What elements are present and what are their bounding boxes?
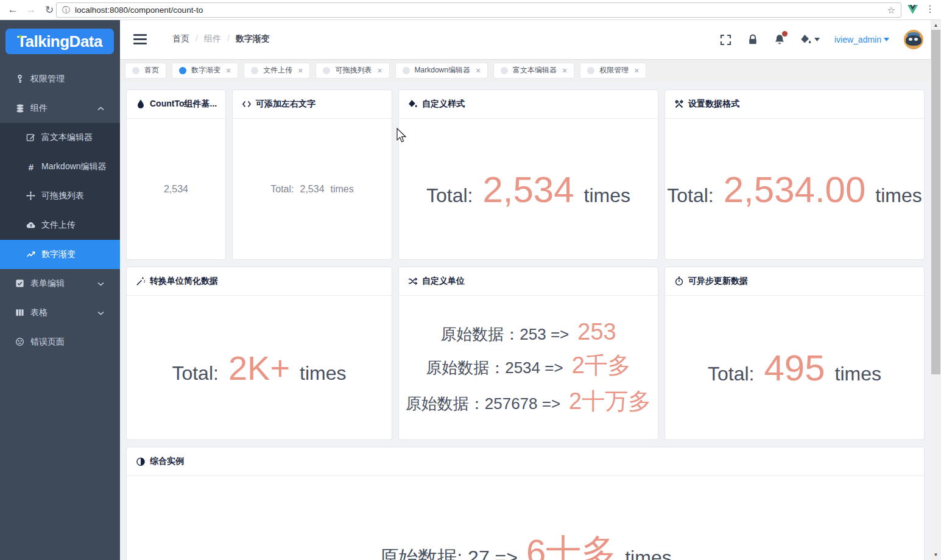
tag-close-icon[interactable]: × (634, 66, 639, 75)
page-content: CountTo组件基... 2,534 可添加左右文字 Total: 2,534… (120, 82, 931, 560)
breadcrumb-home[interactable]: 首页 (172, 33, 189, 44)
tag-dot (251, 67, 258, 74)
tag-dot (403, 67, 410, 74)
chevron-down-icon (97, 311, 104, 315)
tag-permissions[interactable]: 权限管理 × (580, 63, 646, 79)
url-text[interactable]: localhost:8080/component/count-to (75, 5, 887, 15)
count-suffix: times (835, 363, 881, 385)
card-title: CountTo组件基... (150, 99, 217, 110)
sidebar-item-form-editor[interactable]: 表单编辑 (0, 269, 120, 298)
sidebar-item-components[interactable]: 组件 (0, 94, 120, 123)
converted-value: 6十多 (526, 529, 616, 560)
tag-close-icon[interactable]: × (226, 66, 231, 75)
count-prefix: Total: (270, 184, 294, 195)
card-title: 转换单位简化数据 (150, 276, 218, 287)
key-icon (15, 74, 25, 84)
sidebar-menu: 权限管理 组件 富文本编辑器 # Markdown编辑器 (0, 65, 120, 357)
source-label: 原始数据：2534 => (426, 357, 563, 379)
converted-value: 2千多 (572, 350, 631, 381)
tag-draggable-list[interactable]: 可拖拽列表 × (315, 63, 389, 79)
mouse-cursor (396, 128, 407, 144)
code-icon (242, 100, 252, 108)
sidebar-item-file-upload[interactable]: 文件上传 (0, 211, 120, 240)
count-value: 495 (764, 347, 825, 389)
scroll-up-arrow[interactable]: ▲ (931, 20, 941, 30)
tag-close-icon[interactable]: × (476, 66, 481, 75)
compose-icon (26, 133, 36, 142)
notifications-bell-icon[interactable] (774, 33, 786, 46)
card-custom-unit: 自定义单位 原始数据：253 => 253 原始数据：2534 => 2千多 原… (398, 267, 658, 440)
fullscreen-icon[interactable] (719, 33, 732, 46)
app-header: 首页 / 组件 / 数字渐变 iview_admin (120, 20, 931, 59)
lock-icon[interactable] (747, 33, 759, 46)
page-scrollbar[interactable]: ▲ ▼ (931, 20, 941, 560)
converted-value: 253 (577, 319, 616, 345)
tag-close-icon[interactable]: × (377, 66, 382, 75)
table-columns-icon (15, 308, 25, 318)
app-logo[interactable]: TalkingData (5, 29, 114, 54)
browser-toolbar: ← → ↻ ⓘ localhost:8080/component/count-t… (0, 0, 941, 20)
tag-rich-text-editor[interactable]: 富文本编辑器 × (493, 63, 574, 79)
breadcrumb: 首页 / 组件 / 数字渐变 (172, 33, 270, 44)
logo-text: TalkingData (17, 32, 102, 51)
count-value: 2,534 (482, 169, 574, 211)
sad-face-icon (15, 337, 25, 347)
sidebar-item-permissions[interactable]: 权限管理 (0, 65, 120, 94)
unit-row: 原始数据：257678 => 2十万多 (406, 386, 652, 417)
count-suffix: times (584, 184, 630, 207)
tag-markdown-editor[interactable]: Markdown编辑器 × (395, 63, 488, 79)
tag-close-icon[interactable]: × (562, 66, 567, 75)
hammer-wrench-icon (674, 99, 684, 109)
sidebar: TalkingData 权限管理 组件 富文 (0, 20, 120, 560)
theme-paint-icon[interactable] (800, 34, 820, 45)
count-prefix: Total: (426, 184, 473, 207)
bookmark-star-icon[interactable]: ☆ (887, 5, 895, 16)
sidebar-item-markdown-editor[interactable]: # Markdown编辑器 (0, 152, 120, 181)
sidebar-toggle-button[interactable] (133, 34, 147, 47)
components-submenu: 富文本编辑器 # Markdown编辑器 可拖拽列表 文件上传 (0, 123, 120, 269)
card-simplify-units: 转换单位简化数据 Total: 2K+ times (126, 267, 392, 440)
sidebar-item-table[interactable]: 表格 (0, 298, 120, 327)
water-drop-icon (136, 99, 146, 109)
count-suffix: times (625, 547, 671, 560)
tag-close-icon[interactable]: × (298, 66, 303, 75)
chevron-up-icon (97, 107, 104, 111)
card-title: 自定义样式 (422, 99, 465, 110)
count-value: 2,534 (300, 184, 324, 195)
breadcrumb-current: 数字渐变 (236, 33, 270, 44)
count-value: 2,534 (164, 184, 188, 195)
header-actions: iview_admin (719, 20, 923, 59)
count-prefix: Total: (708, 363, 754, 385)
chevron-down-icon (97, 282, 104, 286)
scroll-down-arrow[interactable]: ▼ (931, 550, 941, 560)
breadcrumb-section[interactable]: 组件 (204, 33, 221, 44)
tag-count-to[interactable]: 数字渐变 × (172, 63, 238, 79)
sidebar-item-rich-text-editor[interactable]: 富文本编辑器 (0, 123, 120, 152)
checkbox-icon (15, 279, 25, 289)
avatar[interactable] (904, 30, 923, 49)
card-async-update: 可异步更新数据 Total: 495 times (664, 267, 925, 440)
browser-forward-icon[interactable]: → (22, 4, 40, 16)
layers-icon (15, 103, 25, 113)
sidebar-item-error-pages[interactable]: 错误页面 (0, 327, 120, 357)
count-prefix: Total: (667, 184, 713, 207)
browser-menu-icon[interactable]: ⋮ (925, 3, 935, 15)
count-prefix: Total: (172, 362, 218, 385)
sidebar-item-count-to[interactable]: 数字渐变 (0, 240, 120, 269)
scrollbar-thumb[interactable] (931, 30, 940, 374)
tag-dot (587, 67, 594, 74)
vue-devtools-icon[interactable] (908, 5, 918, 16)
card-data-format: 设置数据格式 Total: 2,534.00 times (664, 89, 925, 260)
browser-back-icon[interactable]: ← (4, 4, 22, 16)
url-bar[interactable]: ⓘ localhost:8080/component/count-to ☆ (56, 2, 901, 18)
tag-file-upload[interactable]: 文件上传 × (244, 63, 310, 79)
card-title: 综合实例 (150, 456, 184, 467)
tag-dot (501, 67, 508, 74)
source-label: 原始数据：257678 => (406, 393, 560, 415)
page-info-icon[interactable]: ⓘ (62, 5, 70, 16)
user-menu[interactable]: iview_admin (834, 35, 889, 44)
card-combined-example: 综合实例 原始数据: 27 => 6十多 times (126, 447, 925, 560)
globe-icon (136, 457, 146, 466)
tag-home[interactable]: 首页 (125, 63, 166, 79)
sidebar-item-draggable-list[interactable]: 可拖拽列表 (0, 181, 120, 211)
